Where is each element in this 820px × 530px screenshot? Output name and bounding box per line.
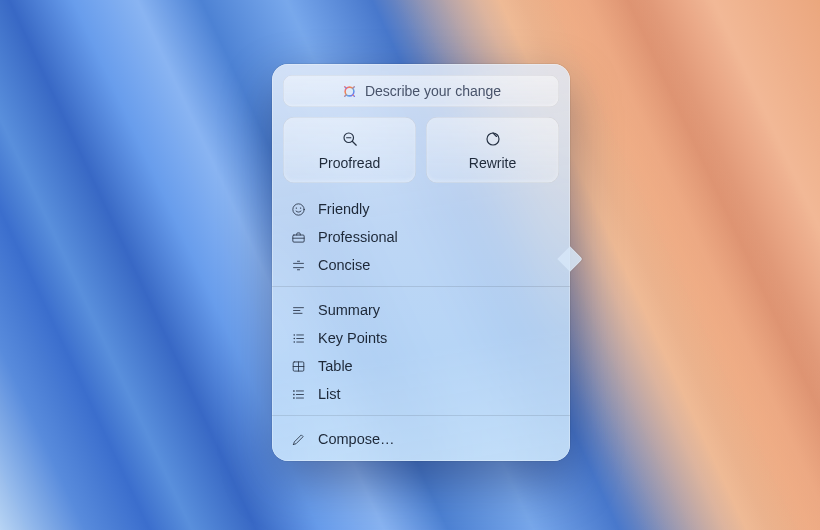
describe-change-input[interactable]: Describe your change — [283, 75, 559, 107]
format-table-label: Table — [318, 358, 353, 374]
keypoints-icon — [289, 330, 307, 347]
svg-rect-37 — [293, 397, 294, 398]
summary-icon — [289, 302, 307, 319]
svg-point-16 — [299, 207, 300, 208]
pencil-icon — [289, 431, 307, 448]
table-icon — [289, 358, 307, 375]
svg-line-7 — [353, 86, 354, 87]
rewrite-label: Rewrite — [469, 155, 516, 171]
format-table[interactable]: Table — [283, 352, 559, 380]
smiley-icon — [289, 201, 307, 218]
format-summary[interactable]: Summary — [283, 296, 559, 324]
apple-intelligence-icon — [341, 83, 358, 100]
svg-point-27 — [293, 337, 295, 339]
tone-professional-label: Professional — [318, 229, 398, 245]
tone-concise-label: Concise — [318, 257, 370, 273]
format-keypoints[interactable]: Key Points — [283, 324, 559, 352]
svg-point-0 — [345, 87, 354, 96]
tone-professional[interactable]: Professional — [283, 223, 559, 251]
svg-point-12 — [487, 133, 499, 145]
writing-tools-popover: Describe your change Proofread Rewrite — [272, 64, 570, 461]
compose-item[interactable]: Compose… — [283, 425, 559, 453]
tone-section: Friendly Professional Conci — [283, 189, 559, 283]
tone-friendly[interactable]: Friendly — [283, 195, 559, 223]
primary-actions: Proofread Rewrite — [283, 117, 559, 183]
format-list[interactable]: List — [283, 380, 559, 408]
briefcase-icon — [289, 229, 307, 246]
tone-friendly-label: Friendly — [318, 201, 370, 217]
format-keypoints-label: Key Points — [318, 330, 387, 346]
svg-point-14 — [292, 203, 303, 214]
tone-concise[interactable]: Concise — [283, 251, 559, 279]
list-icon — [289, 386, 307, 403]
format-list-label: List — [318, 386, 341, 402]
format-summary-label: Summary — [318, 302, 380, 318]
svg-line-10 — [352, 142, 356, 146]
svg-line-6 — [353, 95, 354, 96]
compose-label: Compose… — [318, 431, 395, 447]
rewrite-icon — [483, 129, 503, 149]
divider — [272, 415, 570, 416]
svg-line-5 — [345, 86, 346, 87]
svg-point-28 — [293, 341, 295, 343]
compose-section: Compose… — [283, 419, 559, 457]
svg-rect-35 — [293, 390, 294, 391]
rewrite-button[interactable]: Rewrite — [426, 117, 559, 183]
divider — [272, 286, 570, 287]
describe-change-placeholder: Describe your change — [365, 83, 501, 99]
concise-icon — [289, 257, 307, 274]
svg-line-8 — [345, 95, 346, 96]
svg-point-15 — [295, 207, 296, 208]
svg-point-26 — [293, 334, 295, 336]
proofread-label: Proofread — [319, 155, 380, 171]
format-section: Summary Key Points — [283, 290, 559, 412]
svg-rect-36 — [293, 393, 294, 394]
magnifier-icon — [340, 129, 360, 149]
proofread-button[interactable]: Proofread — [283, 117, 416, 183]
